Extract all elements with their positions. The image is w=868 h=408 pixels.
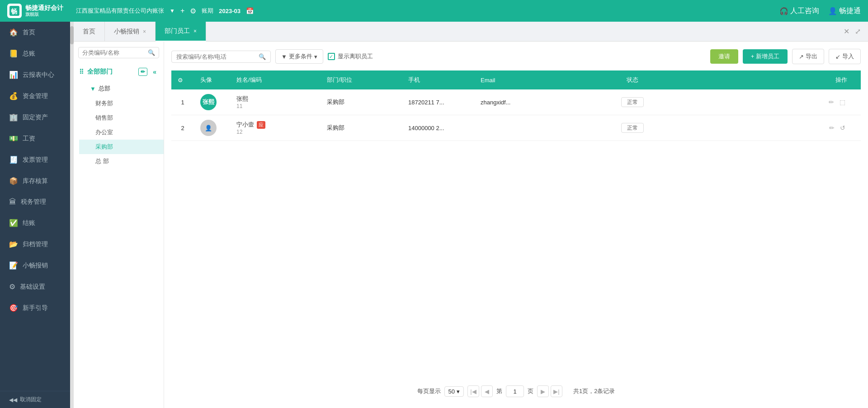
last-page-btn[interactable]: ▶| — [551, 385, 562, 397]
invite-btn[interactable]: 邀请 — [710, 49, 738, 64]
grid-icon: ⠿ — [79, 68, 84, 75]
row-avatar: 张熙 — [194, 89, 230, 115]
tab-maximize[interactable]: ⤢ — [855, 27, 861, 36]
expense-icon: 📝 — [9, 261, 18, 270]
collapse-btn[interactable]: « — [151, 66, 158, 77]
tax-icon: 🏛 — [9, 198, 16, 206]
sidebar-item-cloud-reports[interactable]: 📊 云报表中心 — [0, 64, 70, 85]
pin-icon: ◀◀ — [9, 397, 17, 403]
row-actions: ✏⬚ — [700, 89, 861, 115]
period-label: 账期 — [202, 7, 213, 15]
sidebar-item-close-account[interactable]: ✅ 结账 — [0, 212, 70, 234]
employee-panel: 🔍 ▼ 更多条件 ▾ ✓ 显示离职员工 邀请 + 新增员工 — [164, 42, 868, 408]
dept-all-item[interactable]: ⠿ 全部部门 ✏ « — [74, 63, 164, 81]
tab-close-window[interactable]: ✕ — [844, 27, 849, 36]
row-name: 宁小壹应12 — [230, 115, 321, 141]
chevron-down-icon: ▾ — [314, 53, 317, 60]
tab-expense-label: 小畅报销 — [114, 28, 139, 36]
sidebar-item-guide[interactable]: 🎯 新手引导 — [0, 297, 70, 319]
row-num: 2 — [171, 115, 194, 141]
filter-btn[interactable]: ▼ 更多条件 ▾ — [275, 49, 323, 64]
tab-expense-close[interactable]: × — [143, 28, 146, 35]
export-label: 导出 — [806, 52, 817, 61]
dept-item-office[interactable]: 办公室 — [79, 125, 164, 140]
dropdown-icon[interactable]: ▼ — [170, 8, 175, 14]
ledger-icon: 📒 — [9, 49, 18, 58]
edit-employee-btn[interactable]: ✏ — [829, 124, 835, 131]
svg-text:畅: 畅 — [11, 8, 17, 15]
page-input[interactable] — [506, 385, 524, 397]
calendar-icon[interactable]: 📅 — [246, 7, 254, 14]
sidebar-label-invoice: 发票管理 — [23, 156, 48, 164]
dept-search-box[interactable]: 🔍 — [78, 47, 159, 58]
tab-controls: ✕ ⤢ — [844, 27, 868, 36]
sidebar-item-home[interactable]: 🏠 首页 — [0, 22, 70, 43]
add-employee-btn[interactable]: + 新增员工 — [743, 49, 788, 64]
dept-item-root[interactable]: ▼ 总部 — [79, 81, 164, 96]
sidebar-item-settings[interactable]: ⚙ 基础设置 — [0, 276, 70, 297]
home-icon: 🏠 — [9, 28, 18, 37]
dept-finance-label: 财务部 — [95, 100, 113, 107]
dept-search-input[interactable] — [82, 49, 148, 56]
sidebar-item-fund[interactable]: 💰 资金管理 — [0, 85, 70, 107]
sidebar-item-archive[interactable]: 📂 归档管理 — [0, 234, 70, 255]
page-nav: |◀ ◀ 第 页 ▶ ▶| — [467, 385, 562, 397]
row-phone: 18720211 7... — [402, 89, 474, 115]
tab-dept-staff[interactable]: 部门员工 × — [156, 22, 206, 42]
delete-employee-btn[interactable]: ↺ — [840, 124, 845, 131]
sidebar-scrollbar[interactable] — [70, 22, 74, 408]
tab-home[interactable]: 首页 — [74, 22, 105, 42]
sidebar-item-inventory[interactable]: 📦 库存核算 — [0, 170, 70, 192]
service-btn[interactable]: 🎧 人工咨询 — [779, 6, 819, 16]
sidebar-item-invoice[interactable]: 🧾 发票管理 — [0, 149, 70, 170]
col-settings[interactable]: ⚙ — [171, 70, 194, 89]
row-name: 张熙11 — [230, 89, 321, 115]
sidebar-item-expense[interactable]: 📝 小畅报销 — [0, 255, 70, 276]
user-info[interactable]: 👤 畅捷通 — [828, 6, 861, 16]
employee-search-box[interactable]: 🔍 — [171, 51, 271, 63]
edit-icon[interactable]: ✏ — [138, 68, 147, 76]
cloud-reports-icon: 📊 — [9, 70, 18, 79]
next-page-btn[interactable]: ▶ — [537, 385, 549, 397]
period-value: 2023-03 — [219, 8, 241, 14]
edit-employee-btn[interactable]: ✏ — [829, 98, 834, 106]
row-actions: ✏↺ — [700, 115, 861, 141]
export-btn[interactable]: ↗ 导出 — [792, 49, 824, 64]
sidebar-item-fixed-assets[interactable]: 🏢 固定资产 — [0, 107, 70, 128]
table-row: 1张熙张熙11采购部18720211 7...zhangxidf...正常✏⬚ — [171, 89, 861, 115]
import-label: 导入 — [842, 52, 854, 61]
sidebar-item-payroll[interactable]: 💵 工资 — [0, 128, 70, 149]
first-page-btn[interactable]: |◀ — [467, 385, 479, 397]
dept-item-finance[interactable]: 财务部 — [79, 96, 164, 111]
employee-code: 12 — [236, 129, 314, 135]
cancel-pin-btn[interactable]: ◀◀ 取消固定 — [0, 391, 70, 408]
import-btn[interactable]: ↙ 导入 — [829, 49, 861, 64]
col-phone[interactable]: 手机 — [402, 70, 474, 89]
show-resigned-checkbox[interactable]: ✓ — [328, 53, 335, 60]
dept-item-purchase[interactable]: 采购部 — [79, 140, 164, 154]
delete-employee-btn[interactable]: ⬚ — [840, 98, 845, 106]
sidebar-item-tax[interactable]: 🏛 税务管理 — [0, 192, 70, 212]
export-icon: ↗ — [799, 53, 804, 60]
tab-expense[interactable]: 小畅报销 × — [105, 22, 156, 42]
page-unit: 页 — [528, 387, 533, 395]
expand-icon: ▼ — [90, 85, 96, 92]
tab-dept-staff-close[interactable]: × — [193, 28, 197, 34]
row-status: 正常 — [565, 89, 700, 115]
employee-name: 宁小壹应 — [236, 121, 314, 129]
pagination-bar: 每页显示 50 ▾ |◀ ◀ 第 页 ▶ ▶| 共1页，2条记录 — [171, 378, 861, 401]
dept-item-hq[interactable]: 总 部 — [79, 154, 164, 169]
guide-icon: 🎯 — [9, 304, 18, 312]
col-dept[interactable]: 部门/职位 — [321, 70, 402, 89]
settings-icon[interactable]: ⚙ — [190, 7, 196, 15]
sidebar-item-ledger[interactable]: 📒 总账 — [0, 43, 70, 64]
col-name-code[interactable]: 姓名/编码 — [230, 70, 321, 89]
settings-nav-icon: ⚙ — [9, 282, 15, 291]
prev-page-btn[interactable]: ◀ — [481, 385, 493, 397]
show-resigned-checkbox-label[interactable]: ✓ 显示离职员工 — [328, 52, 373, 61]
per-page-select[interactable]: 50 ▾ — [444, 386, 464, 397]
add-account-btn[interactable]: + — [180, 7, 184, 15]
dept-item-sales[interactable]: 销售部 — [79, 111, 164, 125]
employee-search-input[interactable] — [176, 53, 256, 60]
headset-icon: 🎧 — [779, 7, 788, 15]
